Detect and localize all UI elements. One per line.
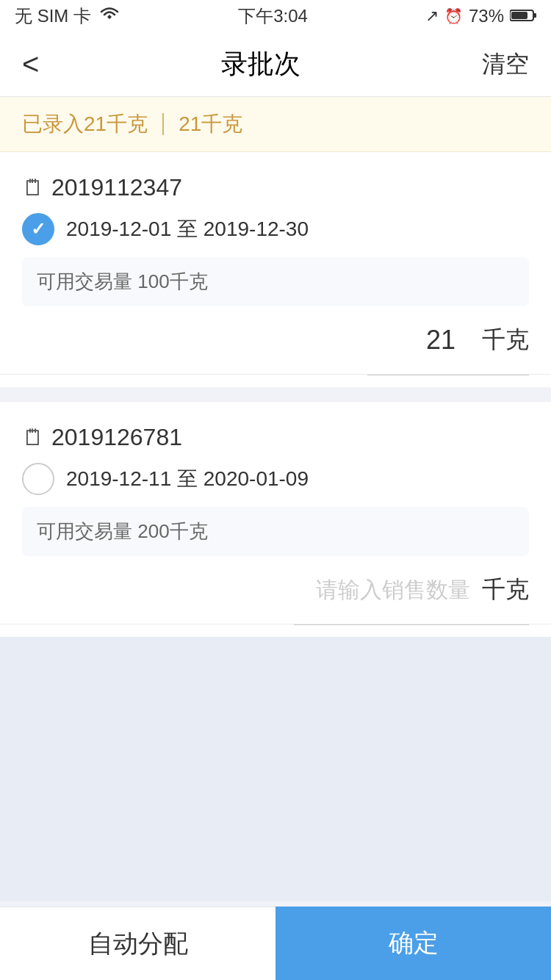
battery-text: 73%: [469, 6, 504, 26]
batch-1-radio[interactable]: [22, 213, 54, 245]
batch-2-qty-unit: 千克: [482, 574, 529, 606]
card-separator: [0, 387, 551, 402]
alarm-icon: ⏰: [444, 7, 463, 25]
batch-2-qty-placeholder: 请输入销售数量: [316, 575, 470, 605]
batch-1-qty-value: 21: [426, 325, 455, 356]
batch-2-date-row: 2019-12-11 至 2020-01-09: [22, 463, 529, 495]
batch-2-date: 2019-12-11 至 2020-01-09: [66, 465, 309, 493]
carrier-text: 无 SIM 卡: [15, 4, 91, 28]
bottom-buttons: 自动分配 确定: [0, 907, 551, 980]
status-left: 无 SIM 卡: [15, 4, 120, 28]
batch-2-header: 🗒 2019126781: [22, 424, 529, 451]
batch-1-date-row: 2019-12-01 至 2019-12-30: [22, 213, 529, 245]
location-icon: ↗: [425, 7, 439, 26]
summary-amount-text: 21千克: [179, 110, 242, 138]
batch-1-qty-underline-container: [0, 375, 551, 387]
batch-2-qty-underline-container: [0, 624, 551, 637]
batch-1-header: 🗒 2019112347: [22, 174, 529, 201]
batch-1-available-qty: 可用交易量 100千克: [22, 257, 529, 306]
page-title: 录批次: [221, 46, 300, 82]
battery-icon: [510, 6, 536, 26]
status-right: ↗ ⏰ 73%: [425, 6, 536, 26]
summary-banner: 已录入21千克 21千克: [0, 97, 551, 152]
wifi-icon: [98, 6, 120, 26]
summary-divider: [162, 113, 164, 135]
back-button[interactable]: <: [22, 48, 39, 81]
confirm-button[interactable]: 确定: [276, 907, 551, 980]
batch-2-qty-underline: [294, 624, 529, 625]
batch-2-qty-placeholder-row[interactable]: 请输入销售数量 千克: [0, 556, 551, 624]
nav-bar: < 录批次 清空: [0, 32, 551, 97]
status-time: 下午3:04: [238, 4, 308, 28]
batch-2-qty-wrapper: 请输入销售数量 千克: [0, 556, 551, 637]
batch-card-2: 🗒 2019126781 2019-12-11 至 2020-01-09 可用交…: [0, 402, 551, 556]
batch-2-radio[interactable]: [22, 463, 54, 495]
svg-rect-2: [511, 12, 527, 19]
batch-2-icon: 🗒: [22, 425, 44, 450]
svg-rect-1: [533, 13, 536, 18]
batch-1-icon: 🗒: [22, 176, 44, 201]
batch-card-1: 🗒 2019112347 2019-12-01 至 2019-12-30 可用交…: [0, 152, 551, 306]
batch-2-id: 2019126781: [51, 424, 182, 451]
batch-1-qty-underline: [367, 375, 529, 375]
batch-2-available-qty: 可用交易量 200千克: [22, 507, 529, 556]
batch-1-id: 2019112347: [51, 174, 182, 201]
empty-area: [0, 637, 551, 901]
summary-recorded-text: 已录入21千克: [22, 110, 148, 138]
auto-distribute-button[interactable]: 自动分配: [0, 907, 276, 980]
batch-1-qty-row: 21 千克: [0, 306, 551, 375]
batch-1-qty-unit: 千克: [482, 324, 529, 356]
clear-button[interactable]: 清空: [482, 48, 529, 81]
batch-1-qty-wrapper: 21 千克: [0, 306, 551, 387]
batch-1-date: 2019-12-01 至 2019-12-30: [66, 215, 309, 243]
status-bar: 无 SIM 卡 下午3:04 ↗ ⏰ 73%: [0, 0, 551, 32]
